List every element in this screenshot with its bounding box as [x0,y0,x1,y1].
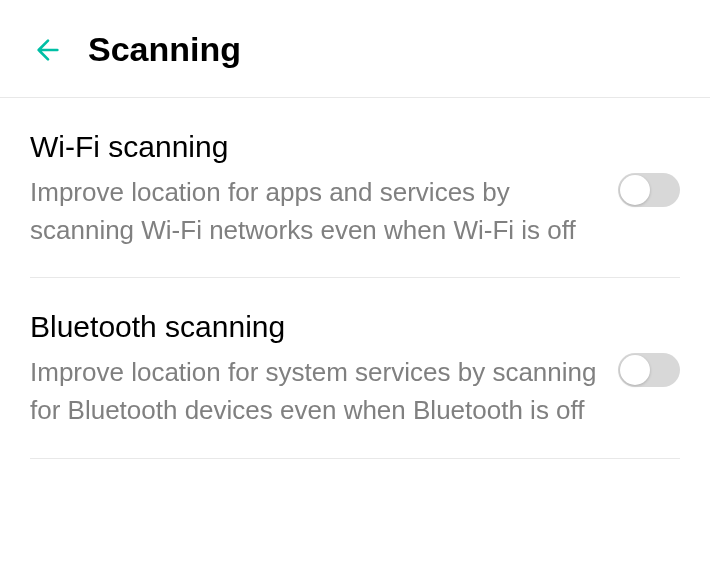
setting-description: Improve location for system services by … [30,354,598,429]
page-title: Scanning [88,30,241,69]
setting-title: Bluetooth scanning [30,310,598,344]
toggle-knob [620,175,650,205]
setting-title: Wi-Fi scanning [30,130,598,164]
header: Scanning [0,0,710,98]
arrow-left-icon [32,34,64,66]
setting-text: Bluetooth scanning Improve location for … [30,310,618,429]
back-button[interactable] [30,32,66,68]
settings-list: Wi-Fi scanning Improve location for apps… [0,98,710,459]
setting-description: Improve location for apps and services b… [30,174,598,249]
wifi-scanning-toggle[interactable] [618,173,680,207]
setting-text: Wi-Fi scanning Improve location for apps… [30,130,618,249]
setting-item-wifi-scanning[interactable]: Wi-Fi scanning Improve location for apps… [30,98,680,278]
toggle-knob [620,355,650,385]
bluetooth-scanning-toggle[interactable] [618,353,680,387]
setting-item-bluetooth-scanning[interactable]: Bluetooth scanning Improve location for … [30,278,680,458]
